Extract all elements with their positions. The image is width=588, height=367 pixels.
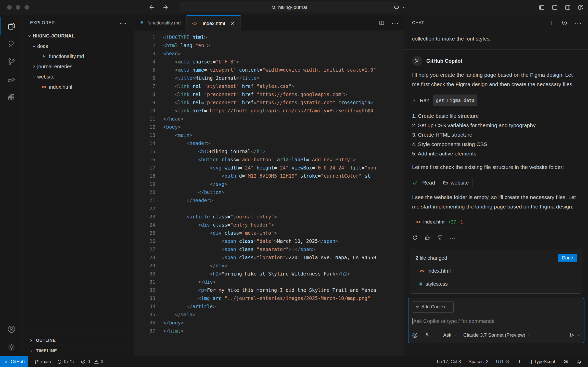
mention-button[interactable]: @: [412, 330, 418, 340]
chat-input[interactable]: Ask Copilot or type / for commands: [412, 316, 580, 326]
microphone-icon[interactable]: [424, 332, 430, 338]
code-line: 17 <svg width="24" height="24" viewBox="…: [134, 164, 404, 172]
changed-file-row[interactable]: #styles.css: [415, 279, 577, 289]
message-more-actions[interactable]: ···: [450, 233, 456, 242]
split-editor-icon[interactable]: [379, 20, 385, 26]
code-line: 35 </main>: [134, 310, 404, 319]
tree-item-website[interactable]: website: [22, 72, 134, 82]
changed-file-row[interactable]: <>index.html: [415, 266, 577, 276]
code-line: 16 <button class="add-button" aria-label…: [134, 155, 404, 164]
sync-indicator[interactable]: 0↓ 1↑: [57, 359, 74, 364]
chevron-down-icon: [26, 34, 33, 38]
language-mode[interactable]: {} TypeScript: [529, 359, 555, 364]
language-label: TypeScript: [534, 359, 555, 364]
copilot-status-icon[interactable]: [563, 359, 569, 364]
outline-section[interactable]: OUTLINE: [22, 335, 134, 346]
line-number: 5: [134, 67, 155, 73]
add-context-button[interactable]: Add Context...: [412, 301, 454, 313]
chevron-down-icon: [453, 333, 457, 337]
chevron-right-icon: [412, 98, 416, 102]
activity-run-debug[interactable]: [0, 71, 22, 88]
braces-icon: {}: [529, 359, 532, 364]
command-center-search[interactable]: hiking-journal: [180, 3, 398, 12]
thumbs-down-icon[interactable]: [437, 235, 443, 241]
plan-steps-list: 1. Create basic file structure2. Set up …: [412, 111, 580, 158]
toggle-primary-sidebar-icon[interactable]: [539, 4, 545, 11]
code-text: <link rel="preconnect" href="https://fon…: [155, 100, 373, 105]
source-control-icon: [7, 57, 16, 66]
close-window-button[interactable]: [7, 5, 12, 10]
line-number: 37: [134, 328, 155, 334]
tree-item-hiking-journal[interactable]: HIKING-JOURNAL: [22, 31, 134, 41]
chevron-right-icon: [31, 65, 37, 69]
send-icon[interactable]: [569, 332, 575, 338]
chat-more-actions[interactable]: ···: [574, 19, 582, 27]
tab-functionality-md[interactable]: functionality.md: [134, 15, 187, 31]
chat-mode-dropdown[interactable]: Ask: [443, 330, 457, 340]
tree-item-index-html[interactable]: <>index.html: [22, 82, 134, 92]
code-text: <span class="separator">|</span>: [155, 246, 315, 252]
lines-removed: -1: [459, 217, 463, 227]
code-line: 3<head>: [134, 49, 404, 58]
code-text: </button>: [155, 189, 224, 195]
chat-history-icon[interactable]: [561, 20, 568, 26]
code-editor[interactable]: 1<!DOCTYPE html>2<html lang="en">3<head>…: [134, 31, 404, 356]
toggle-secondary-sidebar-icon[interactable]: [565, 4, 571, 11]
go-back-button[interactable]: [147, 4, 155, 11]
file-diff-chip[interactable]: <> index.html +37 -1: [412, 216, 467, 228]
customize-layout-icon[interactable]: [578, 4, 584, 11]
eol-indicator[interactable]: LF: [516, 359, 521, 364]
branch-indicator[interactable]: main: [34, 359, 51, 364]
chat-paragraph-check: Let me first check the existing file str…: [412, 162, 580, 172]
maximize-window-button[interactable]: [24, 5, 29, 10]
editor-more-actions[interactable]: ···: [391, 19, 399, 27]
copilot-menu-button[interactable]: [393, 4, 406, 10]
notifications-bell-icon[interactable]: [577, 359, 582, 364]
cursor-position[interactable]: Ln 17, Col 3: [437, 359, 461, 364]
activity-extensions[interactable]: [0, 88, 22, 106]
activity-settings[interactable]: [0, 338, 22, 356]
timeline-section[interactable]: TIMELINE: [22, 346, 134, 356]
model-picker-dropdown[interactable]: Claude 3.7 Sonnet (Preview): [463, 330, 531, 340]
code-line: 18 <path d="M12 5V19M5 12H19" stroke="cu…: [134, 172, 404, 180]
explorer-more-actions[interactable]: ···: [119, 19, 127, 27]
code-text: <img src="../journal-enteries/images/202…: [155, 295, 370, 301]
thumbs-up-icon[interactable]: [425, 235, 430, 241]
add-context-label: Add Context...: [421, 302, 451, 312]
activity-account[interactable]: [0, 320, 22, 338]
activity-explorer[interactable]: [0, 17, 22, 35]
tree-item-docs[interactable]: docs: [22, 41, 134, 51]
new-chat-icon[interactable]: [549, 20, 555, 26]
code-line: 11</head>: [134, 115, 404, 123]
indentation-indicator[interactable]: Spaces: 2: [469, 359, 489, 364]
activity-search[interactable]: [0, 35, 22, 53]
paperclip-icon: [415, 305, 419, 309]
toggle-panel-icon[interactable]: [552, 4, 558, 11]
read-target-chip[interactable]: website: [439, 177, 472, 188]
markdown-file-icon: [41, 54, 49, 59]
folder-icon: [443, 180, 448, 185]
code-text: <html lang="en">: [155, 43, 210, 48]
problems-indicator[interactable]: 0 0: [81, 359, 103, 364]
line-number: 7: [134, 83, 155, 89]
chat-title: CHAT: [412, 20, 424, 25]
tree-item-functionality-md[interactable]: functionality.md: [22, 51, 134, 61]
code-line: 28 <span class="location">2201 Imola Ave…: [134, 253, 404, 261]
done-button[interactable]: Done: [558, 254, 577, 262]
chevron-down-icon[interactable]: [577, 333, 580, 337]
code-line: 8 <link rel="preconnect" href="https://f…: [134, 90, 404, 98]
line-number: 33: [134, 295, 155, 301]
go-forward-button[interactable]: [162, 4, 170, 11]
code-text: </head>: [155, 116, 184, 122]
tree-item-journal-enteries[interactable]: journal-enteries: [22, 61, 134, 72]
tool-run-row[interactable]: Ran get_Figma_data: [412, 95, 580, 106]
close-tab-icon[interactable]: ✕: [231, 20, 235, 27]
activity-source-control[interactable]: [0, 53, 22, 71]
tab-index-html[interactable]: <> index.html ✕: [187, 15, 241, 31]
code-text: <svg width="24" height="24" viewBox="0 0…: [155, 165, 376, 171]
code-text: <p>For my hike this morning I did the Sk…: [155, 287, 376, 293]
rerun-icon[interactable]: [412, 235, 418, 241]
remote-indicator[interactable]: GitHub: [0, 356, 28, 367]
encoding-indicator[interactable]: UTF-8: [496, 359, 509, 364]
minimize-window-button[interactable]: [16, 5, 20, 10]
